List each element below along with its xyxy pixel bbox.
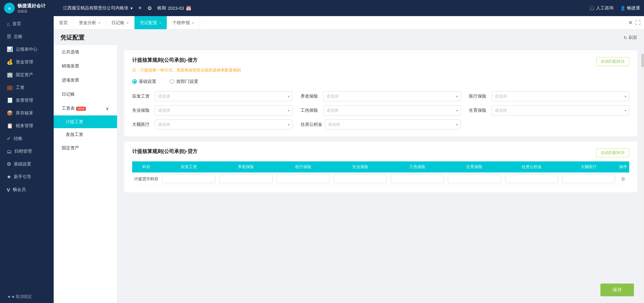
cell-action: 🗑 bbox=[617, 172, 629, 186]
sidebar-item-inventory[interactable]: 📦 库存核算 bbox=[0, 107, 54, 119]
th-sybx2: 生育保险 bbox=[446, 161, 503, 172]
refresh-btn[interactable]: ↻ 刷新 bbox=[624, 35, 637, 41]
select-yfgz-arrow: ▾ bbox=[288, 95, 289, 98]
left-nav-fixed-assets[interactable]: 固定资产 bbox=[54, 141, 117, 155]
sidebar-item-funds[interactable]: 💰 资金管理 bbox=[0, 56, 54, 68]
th-zfgjj: 住房公积金 bbox=[503, 161, 560, 172]
save-btn[interactable]: 保存 bbox=[600, 284, 634, 296]
sidebar-item-archive[interactable]: 🗂 归档管理 bbox=[0, 145, 54, 158]
sidebar-label-invoice: 发票管理 bbox=[16, 97, 33, 103]
sidebar-item-reports[interactable]: 📊 云报表中心 bbox=[0, 43, 54, 56]
th-gsbx: 工伤保险 bbox=[389, 161, 446, 172]
select-sybx[interactable]: 请选择 ▾ bbox=[155, 105, 292, 115]
tab-voucher-config[interactable]: 凭证配置 × bbox=[135, 16, 167, 29]
funds-icon: 💰 bbox=[7, 59, 13, 65]
radio-dept[interactable]: 按部门设置 bbox=[170, 79, 198, 85]
credit-section-title: 计提核算规则(公司承担)-贷方 bbox=[132, 148, 198, 155]
tab-label-tax-return: 个税申报 bbox=[172, 20, 190, 26]
tab-home[interactable]: 首页 bbox=[54, 16, 73, 29]
tab-tax-return[interactable]: 个税申报 × bbox=[167, 16, 200, 29]
auto-match-debit-btn[interactable]: 自动匹配科目 bbox=[596, 57, 629, 66]
unpin-label: ◄◄ 取消固定 bbox=[7, 294, 32, 300]
select-ylbx-placeholder: 请选择 bbox=[326, 94, 338, 99]
sidebar-item-assets[interactable]: 🏢 固定资产 bbox=[0, 68, 54, 81]
scrollbar-thumb[interactable] bbox=[641, 54, 644, 67]
tab-close-tax-return[interactable]: × bbox=[192, 21, 194, 25]
left-nav-salary-table[interactable]: 工资表NEW ∨ bbox=[54, 101, 117, 115]
sidebar-item-invoice[interactable]: 🧾 发票管理 bbox=[0, 94, 54, 107]
calendar-icon[interactable]: 📅 bbox=[186, 6, 191, 11]
home-icon: ⌂ bbox=[7, 21, 10, 27]
label-sybx2: 生育保险 bbox=[469, 107, 489, 113]
select-yfgz[interactable]: 请选择 ▾ bbox=[155, 91, 292, 101]
form-row-yfgz: 应发工资 请选择 ▾ bbox=[132, 91, 292, 101]
delete-row-btn[interactable]: 🗑 bbox=[621, 176, 626, 182]
tab-expand-btn[interactable]: ⛶ bbox=[635, 20, 641, 26]
sidebar-item-tax[interactable]: 📋 税务管理 bbox=[0, 119, 54, 132]
left-nav-public[interactable]: 公共选项 bbox=[54, 45, 117, 59]
left-nav-calc-salary[interactable]: 计提工资 bbox=[54, 115, 117, 128]
radio-basic-label: 基础设置 bbox=[139, 79, 156, 85]
tab-close-journal[interactable]: × bbox=[126, 21, 128, 25]
sidebar-item-close[interactable]: ✓ 结账 bbox=[0, 132, 54, 145]
sidebar-item-salary[interactable]: 💼 工资 bbox=[0, 81, 54, 94]
user-btn[interactable]: 👤 畅捷通 bbox=[620, 5, 640, 11]
radio-basic-circle bbox=[132, 79, 137, 84]
tab-close-voucher-config[interactable]: × bbox=[159, 21, 161, 25]
scrollbar-track[interactable] bbox=[641, 54, 644, 303]
sidebar-item-ledger[interactable]: ☰ 总账 bbox=[0, 30, 54, 43]
cell-sybx bbox=[332, 172, 389, 186]
tab-funds-analysis[interactable]: 资金分析 × bbox=[73, 16, 106, 29]
sidebar-item-guide[interactable]: ★ 新手引导 bbox=[0, 170, 54, 183]
select-gsbx[interactable]: 请选择 ▾ bbox=[323, 105, 461, 115]
select-zfgjj[interactable]: 请选择 ▾ bbox=[325, 119, 461, 130]
input-credit-sybx2[interactable] bbox=[448, 174, 501, 183]
select-ylbx[interactable]: 请选择 ▾ bbox=[323, 91, 461, 101]
add-btn[interactable]: + bbox=[138, 5, 142, 12]
settings-icon[interactable]: ⚙ bbox=[147, 5, 152, 11]
tab-close-funds-analysis[interactable]: × bbox=[98, 21, 100, 25]
sidebar-label-archive: 归档管理 bbox=[14, 148, 32, 154]
input-credit-sybx[interactable] bbox=[334, 174, 387, 183]
consulting-btn[interactable]: 🎧 人工咨询 bbox=[589, 5, 613, 11]
tab-journal[interactable]: 日记账 × bbox=[106, 16, 134, 29]
app-version: 旗舰版 bbox=[17, 9, 46, 14]
left-nav-pay-salary[interactable]: 发放工资 bbox=[54, 128, 117, 141]
sidebar-item-home[interactable]: ⌂ 首页 bbox=[0, 17, 54, 30]
select-ylbx2[interactable]: 请选择 ▾ bbox=[492, 91, 629, 101]
tab-close-btn[interactable]: ✕ bbox=[628, 19, 633, 26]
select-ylbx2-placeholder: 请选择 bbox=[495, 94, 507, 99]
period-value: 2023-03 bbox=[168, 6, 184, 11]
tab-label-home: 首页 bbox=[59, 20, 68, 26]
main-content: 计提核算规则(公司承担)-借方 自动匹配科目 注：只能选择一种方式，系统将按照您… bbox=[117, 45, 644, 303]
close-accounts-icon: ✓ bbox=[7, 136, 11, 142]
label-ylbx2: 医疗保险 bbox=[469, 93, 489, 99]
select-daly[interactable]: 请选择 ▾ bbox=[155, 119, 292, 130]
select-zfgjj-placeholder: 请选择 bbox=[328, 122, 340, 128]
left-nav-purchase-invoice[interactable]: 进项发票 bbox=[54, 73, 117, 87]
input-credit-zfgjj[interactable] bbox=[505, 174, 558, 183]
member-icon: V bbox=[7, 187, 10, 193]
company-selector[interactable]: 江西服宝精品有限责任公司内账张 ▾ bbox=[63, 5, 133, 11]
select-gsbx-placeholder: 请选择 bbox=[326, 108, 338, 113]
debit-section-title: 计提核算规则(公司承担)-借方 bbox=[132, 57, 198, 63]
sidebar-label-ledger: 总账 bbox=[14, 34, 22, 40]
auto-match-credit-btn[interactable]: 自动匹配科目 bbox=[596, 148, 629, 157]
left-nav-journal[interactable]: 日记账 bbox=[54, 87, 117, 101]
input-credit-yfgz[interactable] bbox=[162, 174, 215, 183]
sidebar-item-settings[interactable]: ⚙ 基础设置 bbox=[0, 158, 54, 170]
new-badge: NEW bbox=[76, 107, 86, 111]
sidebar-item-member[interactable]: V 畅会员 bbox=[0, 183, 54, 196]
page-header: 凭证配置 ↻ 刷新 bbox=[54, 30, 644, 45]
sidebar-label-home: 首页 bbox=[12, 21, 21, 27]
input-credit-ylbx2[interactable] bbox=[277, 174, 330, 183]
left-nav-sales-invoice[interactable]: 销项发票 bbox=[54, 59, 117, 73]
input-credit-gsbx[interactable] bbox=[391, 174, 444, 183]
select-sybx2[interactable]: 请选择 ▾ bbox=[492, 105, 629, 115]
sidebar-unpin-btn[interactable]: ◄◄ 取消固定 bbox=[0, 291, 54, 303]
period-label: 账期 bbox=[157, 5, 166, 11]
input-credit-ylbx[interactable] bbox=[219, 174, 272, 183]
top-bar: 会 畅捷通好会计 旗舰版 江西服宝精品有限责任公司内账张 ▾ + ⚙ 账期 20… bbox=[0, 0, 644, 16]
input-credit-daly[interactable] bbox=[562, 174, 615, 183]
radio-basic[interactable]: 基础设置 bbox=[132, 79, 156, 85]
